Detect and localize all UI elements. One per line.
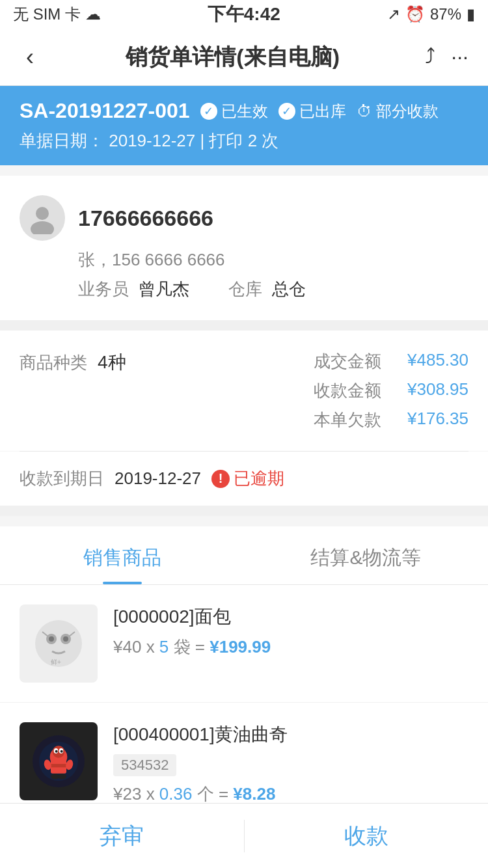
back-button[interactable]: ‹ bbox=[20, 37, 40, 77]
check-icon-2: ✓ bbox=[278, 103, 295, 120]
staff-info: 业务员 曾凡杰 仓库 总仓 bbox=[78, 278, 468, 301]
order-id: SA-20191227-001 bbox=[20, 99, 190, 123]
product-list: 鲜+ [0000002]面包 ¥40 x 5 袋 = ¥199.99 bbox=[0, 585, 488, 826]
due-date-value: 2019-12-27 bbox=[115, 468, 201, 489]
total-2: ¥8.28 bbox=[233, 784, 275, 804]
status-bar-right: ↗ ⏰ 87% ▮ bbox=[387, 5, 475, 23]
warehouse-name: 总仓 bbox=[272, 279, 306, 299]
cancel-review-button[interactable]: 弃审 bbox=[0, 808, 244, 864]
staff-label: 业务员 bbox=[78, 279, 129, 299]
svg-point-0 bbox=[36, 207, 49, 220]
clock-icon: ⏱ bbox=[357, 102, 372, 120]
check-icon-1: ✓ bbox=[200, 103, 217, 120]
svg-point-21 bbox=[58, 774, 66, 779]
status-bar-time: 下午4:42 bbox=[208, 2, 280, 27]
unit-price-1: ¥40 bbox=[113, 637, 141, 657]
warehouse-section: 仓库 总仓 bbox=[228, 278, 306, 301]
divider-1 bbox=[0, 320, 488, 331]
battery-icon: ▮ bbox=[467, 5, 475, 23]
order-print-info: | 打印 2 次 bbox=[200, 131, 278, 150]
battery-level: 87% bbox=[430, 5, 461, 23]
order-date-info: 单据日期： 2019-12-27 | 打印 2 次 bbox=[20, 129, 468, 152]
product-image-2 bbox=[20, 722, 98, 800]
svg-point-14 bbox=[55, 750, 58, 753]
overdue-text: 已逾期 bbox=[234, 467, 284, 490]
status-partial: ⏱ 部分收款 bbox=[357, 101, 439, 122]
customer-section: 17666666666 张，156 6666 6666 业务员 曾凡杰 仓库 总… bbox=[0, 176, 488, 320]
due-date-section: 收款到期日 2019-12-27 ! 已逾期 bbox=[0, 452, 488, 506]
tab-settlement[interactable]: 结算&物流等 bbox=[244, 526, 488, 584]
category-label: 商品种类 bbox=[20, 351, 87, 374]
received-value: ¥308.95 bbox=[407, 379, 468, 402]
received-label: 收款金额 bbox=[314, 379, 381, 402]
nav-right-actions: ⤴ ··· bbox=[425, 45, 468, 69]
tabs-section: 销售商品 结算&物流等 bbox=[0, 526, 488, 585]
order-date-value: 2019-12-27 bbox=[109, 131, 195, 150]
owed-row: 本单欠款 ¥176.35 bbox=[314, 409, 468, 431]
status-shipped: ✓ 已出库 bbox=[278, 101, 346, 122]
unit-price-2: ¥23 bbox=[113, 784, 141, 804]
deal-amount-row: 成交金额 ¥485.30 bbox=[314, 350, 468, 373]
received-row: 收款金额 ¥308.95 bbox=[314, 379, 468, 402]
staff-name: 曾凡杰 bbox=[139, 279, 189, 299]
category-stats: 商品种类 4种 bbox=[20, 350, 126, 375]
product-name-1: [0000002]面包 bbox=[113, 604, 468, 629]
deal-amount-value: ¥485.30 bbox=[407, 350, 468, 373]
status-effective-label: 已生效 bbox=[221, 101, 268, 122]
status-bar: 无 SIM 卡 ☁ 下午4:42 ↗ ⏰ 87% ▮ bbox=[0, 0, 488, 29]
location-icon: ↗ bbox=[387, 5, 400, 23]
unit-2: 个 bbox=[197, 784, 214, 804]
amount-stats: 成交金额 ¥485.30 收款金额 ¥308.95 本单欠款 ¥176.35 bbox=[314, 350, 468, 431]
alarm-icon: ⏰ bbox=[405, 5, 425, 23]
svg-rect-17 bbox=[51, 764, 66, 767]
collect-button[interactable]: 收款 bbox=[245, 808, 489, 864]
qty-2: 0.36 bbox=[159, 784, 193, 804]
avatar bbox=[20, 195, 65, 241]
product-info-1: [0000002]面包 ¥40 x 5 袋 = ¥199.99 bbox=[113, 604, 468, 658]
svg-point-1 bbox=[31, 221, 54, 234]
sim-status: 无 SIM 卡 ☁ bbox=[13, 4, 101, 25]
staff-section: 业务员 曾凡杰 bbox=[78, 278, 189, 301]
total-1: ¥199.99 bbox=[210, 637, 271, 657]
customer-phone: 17666666666 bbox=[78, 206, 213, 231]
product-price-row-1: ¥40 x 5 袋 = ¥199.99 bbox=[113, 636, 468, 658]
warehouse-label: 仓库 bbox=[228, 279, 262, 299]
due-date-label: 收款到期日 bbox=[20, 467, 104, 490]
product-name-2: [000400001]黄油曲奇 bbox=[113, 722, 468, 747]
status-effective: ✓ 已生效 bbox=[200, 101, 268, 122]
product-info-2: [000400001]黄油曲奇 534532 ¥23 x 0.36 个 = ¥8… bbox=[113, 722, 468, 806]
divider-2 bbox=[0, 506, 488, 516]
order-banner: SA-20191227-001 ✓ 已生效 ✓ 已出库 ⏱ 部分收款 单据日期：… bbox=[0, 86, 488, 165]
svg-point-6 bbox=[63, 636, 68, 642]
tab-sales-products[interactable]: 销售商品 bbox=[0, 526, 244, 584]
status-shipped-label: 已出库 bbox=[299, 101, 346, 122]
product-image-1: 鲜+ bbox=[20, 604, 98, 683]
bottom-bar: 弃审 收款 bbox=[0, 803, 488, 868]
tab-settlement-label: 结算&物流等 bbox=[310, 547, 421, 568]
category-value: 4种 bbox=[98, 350, 126, 375]
nav-bar: ‹ 销货单详情(来自电脑) ⤴ ··· bbox=[0, 29, 488, 86]
product-item: 鲜+ [0000002]面包 ¥40 x 5 袋 = ¥199.99 bbox=[0, 585, 488, 703]
svg-point-5 bbox=[49, 636, 54, 642]
share-icon[interactable]: ⤴ bbox=[425, 45, 435, 69]
tab-sales-label: 销售商品 bbox=[83, 547, 161, 568]
svg-point-15 bbox=[61, 750, 63, 753]
owed-value: ¥176.35 bbox=[407, 409, 468, 431]
status-bar-left: 无 SIM 卡 ☁ bbox=[13, 4, 101, 25]
svg-text:鲜+: 鲜+ bbox=[51, 658, 61, 666]
stats-section: 商品种类 4种 成交金额 ¥485.30 收款金额 ¥308.95 本单欠款 ¥… bbox=[0, 331, 488, 451]
product-price-row-2: ¥23 x 0.36 个 = ¥8.28 bbox=[113, 783, 468, 806]
product-sku-2: 534532 bbox=[113, 754, 176, 776]
status-partial-label: 部分收款 bbox=[376, 101, 439, 122]
customer-name-phone: 张，156 6666 6666 bbox=[78, 249, 468, 271]
more-icon[interactable]: ··· bbox=[451, 45, 468, 69]
order-date-label: 单据日期： bbox=[20, 131, 104, 150]
deal-amount-label: 成交金额 bbox=[314, 350, 381, 373]
page-title: 销货单详情(来自电脑) bbox=[126, 42, 340, 72]
qty-1: 5 bbox=[159, 637, 169, 657]
overdue-icon: ! bbox=[211, 470, 230, 488]
owed-label: 本单欠款 bbox=[314, 409, 381, 431]
unit-1: 袋 bbox=[174, 637, 191, 657]
overdue-badge: ! 已逾期 bbox=[211, 467, 284, 490]
